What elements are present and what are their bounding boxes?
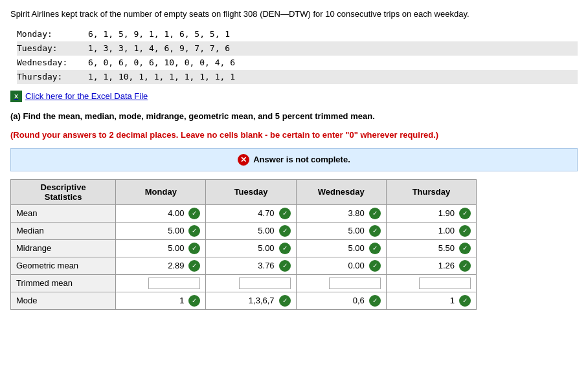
- input-thursday-trimmed[interactable]: [419, 278, 471, 289]
- cell-trimmed-mean-tuesday[interactable]: [206, 274, 296, 292]
- cell-mode-thursday: 1✓: [386, 292, 476, 309]
- value-thursday: 5.50: [438, 243, 455, 253]
- value-thursday: 1.00: [438, 226, 455, 235]
- stats-table: DescriptiveStatistics Monday Tuesday Wed…: [10, 179, 477, 310]
- cell-mean-thursday: 1.90✓: [386, 204, 476, 222]
- answer-status-text: Answer is not complete.: [253, 155, 350, 164]
- value-thursday: 1.26: [438, 261, 455, 270]
- cell-geometric-mean-tuesday: 3.76✓: [206, 257, 296, 274]
- input-monday-trimmed[interactable]: [148, 278, 200, 289]
- check-icon: ✓: [459, 260, 471, 272]
- cell-midrange-wednesday: 5.00✓: [296, 239, 386, 257]
- col-header-monday: Monday: [116, 179, 206, 204]
- col-header-wednesday: Wednesday: [296, 179, 386, 204]
- table-row: Median5.00✓5.00✓5.00✓1.00✓: [11, 222, 477, 239]
- stat-label: Midrange: [11, 239, 116, 257]
- question-part-a: (a) Find the mean, median, mode, midrang…: [10, 111, 375, 121]
- cell-median-monday: 5.00✓: [116, 222, 206, 239]
- col-header-thursday: Thursday: [386, 179, 476, 204]
- cell-mode-tuesday: 1,3,6,7✓: [206, 292, 296, 309]
- error-icon: ✕: [238, 154, 249, 166]
- stat-label: Mean: [11, 204, 116, 222]
- cell-mode-monday: 1✓: [116, 292, 206, 309]
- check-icon: ✓: [279, 208, 291, 219]
- check-icon: ✓: [459, 243, 471, 254]
- cell-trimmed-mean-monday[interactable]: [116, 274, 206, 292]
- value-monday: 4.00: [168, 208, 184, 218]
- data-table: Monday: 6, 1, 5, 9, 1, 1, 6, 5, 5, 1 Tue…: [17, 27, 578, 84]
- check-icon: ✓: [279, 295, 291, 307]
- stat-label: Geometric mean: [11, 257, 116, 274]
- excel-link[interactable]: X Click here for the Excel Data File: [10, 91, 578, 102]
- question-text: (a) Find the mean, median, mode, midrang…: [10, 110, 578, 123]
- value-tuesday: 3.76: [258, 261, 274, 270]
- table-row: Mode1✓1,3,6,7✓0,6✓1✓: [11, 292, 477, 309]
- question-instruction-red: (Round your answers to 2 decimal places.…: [10, 130, 438, 140]
- value-wednesday: 0,6: [353, 296, 365, 305]
- value-tuesday: 5.00: [258, 226, 274, 235]
- table-row: Midrange5.00✓5.00✓5.00✓5.50✓: [11, 239, 477, 257]
- check-icon: ✓: [188, 243, 200, 254]
- cell-mode-wednesday: 0,6✓: [296, 292, 386, 309]
- value-thursday: 1: [450, 296, 455, 305]
- cell-median-thursday: 1.00✓: [386, 222, 476, 239]
- excel-link-label[interactable]: Click here for the Excel Data File: [25, 91, 148, 101]
- check-icon: ✓: [369, 208, 381, 219]
- check-icon: ✓: [279, 225, 291, 237]
- cell-geometric-mean-wednesday: 0.00✓: [296, 257, 386, 274]
- cell-median-wednesday: 5.00✓: [296, 222, 386, 239]
- value-tuesday: 1,3,6,7: [249, 296, 275, 305]
- question-instruction-text: (Round your answers to 2 decimal places.…: [10, 129, 578, 142]
- cell-mean-wednesday: 3.80✓: [296, 204, 386, 222]
- cell-geometric-mean-thursday: 1.26✓: [386, 257, 476, 274]
- table-header-row: DescriptiveStatistics Monday Tuesday Wed…: [11, 179, 477, 204]
- excel-icon: X: [10, 91, 22, 102]
- check-icon: ✓: [369, 225, 381, 237]
- input-wednesday-trimmed[interactable]: [329, 278, 381, 289]
- day-thursday-label: Thursday:: [17, 70, 88, 84]
- value-monday: 5.00: [168, 226, 184, 235]
- cell-median-tuesday: 5.00✓: [206, 222, 296, 239]
- data-row-tuesday: Tuesday: 1, 3, 3, 1, 4, 6, 9, 7, 7, 6: [17, 41, 578, 56]
- day-wednesday-values: 6, 0, 6, 0, 6, 10, 0, 0, 4, 6: [88, 56, 235, 70]
- cell-midrange-thursday: 5.50✓: [386, 239, 476, 257]
- cell-geometric-mean-monday: 2.89✓: [116, 257, 206, 274]
- answer-status-box: ✕ Answer is not complete.: [10, 148, 578, 171]
- day-tuesday-values: 1, 3, 3, 1, 4, 6, 9, 7, 7, 6: [88, 41, 230, 56]
- value-tuesday: 4.70: [258, 208, 274, 218]
- table-row: Mean4.00✓4.70✓3.80✓1.90✓: [11, 204, 477, 222]
- stat-label: Trimmed mean: [11, 274, 116, 292]
- col-header-tuesday: Tuesday: [206, 179, 296, 204]
- data-row-thursday: Thursday: 1, 1, 10, 1, 1, 1, 1, 1, 1, 1: [17, 70, 578, 84]
- check-icon: ✓: [188, 260, 200, 272]
- value-monday: 2.89: [168, 261, 184, 270]
- cell-trimmed-mean-wednesday[interactable]: [296, 274, 386, 292]
- check-icon: ✓: [459, 225, 471, 237]
- cell-trimmed-mean-thursday[interactable]: [386, 274, 476, 292]
- check-icon: ✓: [459, 208, 471, 219]
- day-monday-label: Monday:: [17, 27, 88, 41]
- value-wednesday: 0.00: [348, 261, 364, 270]
- day-thursday-values: 1, 1, 10, 1, 1, 1, 1, 1, 1, 1: [88, 70, 235, 84]
- data-row-monday: Monday: 6, 1, 5, 9, 1, 1, 6, 5, 5, 1: [17, 27, 578, 41]
- cell-mean-tuesday: 4.70✓: [206, 204, 296, 222]
- check-icon: ✓: [369, 260, 381, 272]
- check-icon: ✓: [188, 208, 200, 219]
- check-icon: ✓: [279, 243, 291, 254]
- day-tuesday-label: Tuesday:: [17, 41, 88, 56]
- table-row: Geometric mean2.89✓3.76✓0.00✓1.26✓: [11, 257, 477, 274]
- value-tuesday: 5.00: [258, 243, 274, 253]
- check-icon: ✓: [279, 260, 291, 272]
- check-icon: ✓: [188, 295, 200, 307]
- stat-label: Mode: [11, 292, 116, 309]
- value-wednesday: 5.00: [348, 226, 364, 235]
- cell-midrange-monday: 5.00✓: [116, 239, 206, 257]
- input-tuesday-trimmed[interactable]: [239, 278, 291, 289]
- value-wednesday: 3.80: [348, 208, 364, 218]
- data-row-wednesday: Wednesday: 6, 0, 6, 0, 6, 10, 0, 0, 4, 6: [17, 56, 578, 70]
- cell-midrange-tuesday: 5.00✓: [206, 239, 296, 257]
- day-monday-values: 6, 1, 5, 9, 1, 1, 6, 5, 5, 1: [88, 27, 230, 41]
- value-wednesday: 5.00: [348, 243, 364, 253]
- value-monday: 1: [179, 296, 184, 305]
- check-icon: ✓: [369, 243, 381, 254]
